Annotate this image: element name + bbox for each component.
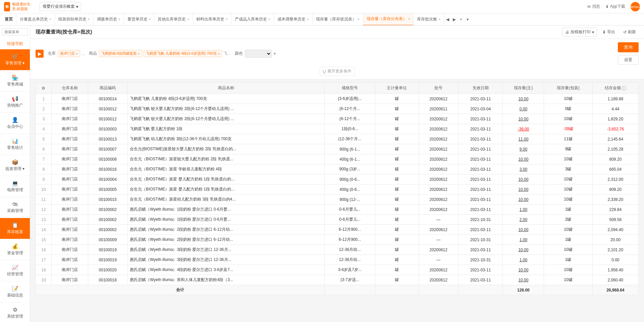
row-qty-main[interactable]: 3.00 xyxy=(503,164,544,174)
tab-home[interactable]: 首页 xyxy=(1,13,16,25)
message-btn[interactable]: ✉ 消息 xyxy=(587,4,600,9)
row-qty-main[interactable]: 1.00 xyxy=(503,255,544,265)
sidebar-item-ecom[interactable]: 💻 电商管理 xyxy=(0,176,30,197)
marketing-icon: 📢 xyxy=(0,96,30,102)
tab-zu-chai[interactable]: 组装拆卸单历史 × xyxy=(55,13,94,25)
export-icon: ⬇ xyxy=(602,30,606,35)
product-tag-0[interactable]: 飞鹤奶粉3段四罐提装 × xyxy=(99,50,142,57)
sidebar-item-purchase[interactable]: 🛍 采购管理 xyxy=(0,197,30,218)
tab-close-current-btn[interactable]: × xyxy=(458,13,464,25)
tab-product-in[interactable]: 产成品入库单历史 × xyxy=(231,13,274,25)
row-qty-main[interactable]: 10.00 xyxy=(503,275,544,285)
expand-conditions-btn[interactable]: ⋁ 展开更多条件 xyxy=(320,67,355,76)
retail-icon: 🛒 xyxy=(0,53,30,60)
row-name: 合生元（BIOSTIME）派星 婴儿配方奶粉 1段 乳铁蛋白的... xyxy=(127,184,324,195)
tab-next-btn[interactable]: ▶ xyxy=(451,13,458,25)
info-icon[interactable]: i xyxy=(622,86,626,91)
search-input[interactable] xyxy=(2,28,28,36)
export-btn[interactable]: ⬇ 导出 xyxy=(600,28,618,36)
close-icon[interactable]: × xyxy=(358,17,360,21)
close-icon[interactable]: × xyxy=(408,17,410,21)
row-qty-main[interactable]: 10.00 xyxy=(503,94,544,104)
close-icon[interactable]: × xyxy=(118,17,120,21)
sidebar-item-wholesale[interactable]: 📦 批发管理 ▾ xyxy=(0,155,30,176)
row-qty-main[interactable]: 10.00 xyxy=(503,184,544,195)
row-qty-main[interactable]: 9.00 xyxy=(503,144,544,154)
sidebar-item-basic[interactable]: 📝 基础信息 xyxy=(0,281,30,303)
row-qty-main[interactable]: 1.00 xyxy=(503,205,544,215)
row-name: 惠氏启赋（Wyeth illuma）1段奶粉 爱尔兰进口 0-6月婴... xyxy=(127,205,324,215)
sidebar-item-stock[interactable]: 📋 库存核算 xyxy=(0,218,30,239)
row-expire: 2021-03-11 xyxy=(458,154,503,164)
warehouse-tag[interactable]: 南岸门店 × xyxy=(58,50,80,57)
tab-stock-dist[interactable]: 现存量（库存分布表）× xyxy=(363,13,414,25)
color-select[interactable] xyxy=(245,50,272,58)
close-icon[interactable]: × xyxy=(268,17,270,21)
sidebar-item-shop[interactable]: 🏪 零售商城 xyxy=(0,70,30,92)
row-qty-main[interactable]: 10.00 xyxy=(503,195,544,205)
row-expire: 2021-03-11 xyxy=(458,174,503,184)
sidebar-item-finance[interactable]: 💰 资金管理 xyxy=(0,239,30,260)
row-qty-main[interactable]: -39.00 xyxy=(503,124,544,134)
remove-product-1-icon[interactable]: × xyxy=(218,52,220,56)
remove-warehouse-icon[interactable]: × xyxy=(76,52,78,56)
print-btn[interactable]: 🖨 按模板打印 ▾ xyxy=(562,28,597,37)
row-name: 惠氏启赋（Wyeth illuma）2段奶粉 爱尔兰进口 6-12月幼... xyxy=(127,235,324,245)
sidebar-item-member[interactable]: 👤 会员中心 xyxy=(0,113,30,134)
row-warehouse: 南岸门店 xyxy=(51,235,88,245)
row-qty-main[interactable]: 10.00 xyxy=(503,174,544,184)
sidebar-item-marketing[interactable]: 📢 营销推广 xyxy=(0,92,30,113)
row-qty-main[interactable]: 10.00 xyxy=(503,245,544,255)
settings-btn[interactable]: 设置 xyxy=(618,55,639,65)
close-icon[interactable]: × xyxy=(307,17,309,21)
row-qty-main[interactable]: 10.00 xyxy=(503,225,544,235)
shop-icon: 🏪 xyxy=(0,74,30,81)
tab-cost-adj[interactable]: 成本调整单历史 × xyxy=(274,13,313,25)
avatar[interactable]: demo2 xyxy=(631,2,640,11)
refresh-btn[interactable]: ↺ 刷新 xyxy=(621,28,639,36)
row-qty-main[interactable]: 11.00 xyxy=(503,134,544,144)
row-qty-main[interactable]: 10.00 xyxy=(503,114,544,124)
tab-tiao-bo[interactable]: 调拨单历史 × xyxy=(94,13,124,25)
close-icon[interactable]: × xyxy=(187,17,189,21)
tab-menu-btn[interactable]: ▾ xyxy=(464,13,471,25)
sidebar-item-system[interactable]: ⚙ 系统管理 xyxy=(0,303,30,322)
row-qty-main[interactable]: 2.00 xyxy=(503,215,544,225)
close-icon[interactable]: × xyxy=(226,17,228,21)
quick-nav[interactable]: 快捷导航 xyxy=(0,38,30,49)
download-icon: ⬇ xyxy=(605,4,609,9)
close-icon[interactable]: × xyxy=(49,17,51,21)
row-name: 合生元(BIOSTIME)派星较大婴儿配方奶粉 2段 乳铁蛋白的... xyxy=(127,144,324,154)
close-icon[interactable]: × xyxy=(438,17,440,21)
product-tag-1[interactable]: 飞鹤星飞帆 儿童奶粉 4段(3-6岁适用) 700克 × xyxy=(144,50,222,57)
remove-product-0-icon[interactable]: × xyxy=(138,52,140,56)
tab-material-out[interactable]: 材料出库单历史 × xyxy=(193,13,231,25)
sidebar-item-retail[interactable]: 🛒 零售管理 ▾ xyxy=(0,49,30,70)
tab-other-out[interactable]: 其他出库单历史 × xyxy=(154,13,193,25)
account-selector[interactable]: 母婴行业演示账套 ▾ xyxy=(40,2,81,11)
close-icon[interactable]: × xyxy=(88,17,90,21)
row-qty-pkg: 0罐 xyxy=(544,104,592,114)
sidebar-item-stat[interactable]: 📊 零售统计 xyxy=(0,134,30,155)
table-row: 18南岸门店00100020惠氏启赋（Wyeth illuma）4段奶粉 爱尔兰… xyxy=(36,265,639,275)
tab-stock-status[interactable]: 现存量（库存状况表）× xyxy=(313,13,363,25)
tab-yao-huo[interactable]: 要货单历史 × xyxy=(124,13,155,25)
sidebar-item-ops[interactable]: 📈 经营管理 xyxy=(0,260,30,281)
filter-toggle[interactable]: ▶ xyxy=(36,50,44,58)
col-settings[interactable]: ⚙ xyxy=(36,83,52,94)
row-qty-main[interactable]: 10.00 xyxy=(503,265,544,275)
app-download-btn[interactable]: ⬇ App下载 xyxy=(605,4,625,9)
row-spec: 400g (6-1... xyxy=(325,154,375,164)
query-btn[interactable]: 查询 xyxy=(618,42,639,52)
close-icon[interactable]: × xyxy=(149,17,151,21)
row-code: 00100014 xyxy=(88,94,127,104)
tab-stock-batch[interactable]: 库存批次账 × xyxy=(414,13,444,25)
row-qty-main[interactable]: 1.00 xyxy=(503,235,544,245)
row-qty-main[interactable]: 10.00 xyxy=(503,154,544,164)
row-qty-main[interactable]: 0.00 xyxy=(503,104,544,114)
row-expire: 2021-03-04 xyxy=(458,104,503,114)
row-code: 00100015 xyxy=(88,195,127,205)
tab-prev-btn[interactable]: ◀ xyxy=(444,13,451,25)
tab-fen-pan[interactable]: 分量盘点单历史 × xyxy=(16,13,55,25)
col-expire: 失效日期 xyxy=(458,83,503,94)
